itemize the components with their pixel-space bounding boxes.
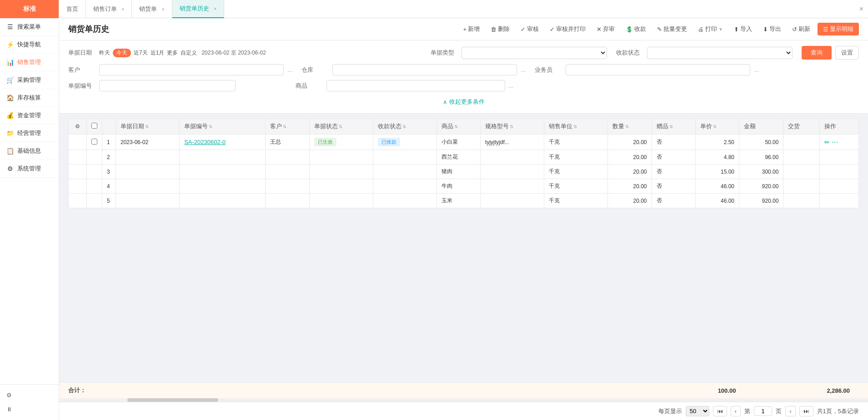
- col-doc-date-sort[interactable]: 单据日期 ⇅: [120, 122, 149, 130]
- filter-goods-dots[interactable]: ...: [509, 82, 514, 89]
- filter-salesman-dots[interactable]: ...: [754, 66, 759, 73]
- sort-icon-9: ⇅: [625, 124, 629, 129]
- sidebar-pause-btn[interactable]: ⏸: [0, 402, 59, 416]
- page-input[interactable]: [754, 406, 772, 416]
- filter-goods-input[interactable]: [326, 80, 505, 91]
- tab-sales-history[interactable]: 销货单历史 ×: [172, 0, 224, 18]
- horizontal-scrollbar-thumb[interactable]: [127, 398, 218, 402]
- audit-print-button[interactable]: ✓ 审核并打印: [546, 23, 589, 35]
- tab-sales-history-close[interactable]: ×: [214, 6, 216, 11]
- col-sales-unit[interactable]: 销售单位 ⇅: [544, 119, 608, 135]
- cell-checkbox[interactable]: [87, 194, 102, 208]
- col-gift[interactable]: 赠品 ⇅: [652, 119, 695, 135]
- col-payment-status[interactable]: 收款状态 ⇅: [373, 119, 437, 135]
- col-unit-price-sort[interactable]: 单价 ⇅: [700, 122, 717, 130]
- new-button[interactable]: + 新增: [460, 23, 484, 35]
- sidebar-item-search-menu[interactable]: ☰ 搜索菜单: [0, 18, 59, 36]
- date-shortcut-1month[interactable]: 近1月: [151, 49, 165, 57]
- filter-salesman-input[interactable]: [566, 64, 750, 75]
- col-customer-sort[interactable]: 客户 ⇅: [270, 122, 286, 130]
- next-page-btn[interactable]: ›: [785, 406, 795, 416]
- cell-doc-no: [180, 179, 266, 194]
- print-button[interactable]: 🖨 打印 ▼: [694, 23, 727, 35]
- export-button[interactable]: ⬇ 导出: [759, 23, 785, 35]
- col-checkbox[interactable]: [87, 119, 102, 135]
- col-goods[interactable]: 商品 ⇅: [437, 119, 480, 135]
- query-button[interactable]: 查询: [802, 46, 832, 60]
- col-unit-price[interactable]: 单价 ⇅: [695, 119, 739, 135]
- col-gift-sort[interactable]: 赠品 ⇅: [657, 122, 673, 130]
- col-sales-unit-sort[interactable]: 销售单位 ⇅: [549, 122, 577, 130]
- collapse-filter-btn[interactable]: ∧ 收起更多条件: [68, 96, 859, 108]
- col-settings[interactable]: ⚙: [69, 119, 87, 135]
- refresh-label: 刷新: [798, 25, 810, 33]
- col-doc-status-sort[interactable]: 单据状态 ⇅: [314, 122, 342, 130]
- filter-payment-status-select[interactable]: [647, 47, 793, 59]
- cell-customer: [266, 165, 309, 179]
- horizontal-scrollbar[interactable]: [59, 398, 868, 402]
- sidebar-item-basic-info[interactable]: 📋 基础信息: [0, 142, 59, 160]
- date-shortcut-today[interactable]: 今天: [113, 49, 131, 57]
- col-customer[interactable]: 客户 ⇅: [266, 119, 309, 135]
- col-qty-sort[interactable]: 数量 ⇅: [612, 122, 629, 130]
- last-page-btn[interactable]: ⏭: [799, 406, 813, 416]
- sidebar-item-sys-mgmt[interactable]: ⚙ 系统管理: [0, 160, 59, 178]
- col-doc-date[interactable]: 单据日期 ⇅: [116, 119, 180, 135]
- edit-icon[interactable]: ✏: [824, 139, 830, 146]
- date-shortcut-custom[interactable]: 自定义: [181, 49, 197, 57]
- tab-sales-goods-close[interactable]: ×: [161, 6, 164, 12]
- filter-customer-dots[interactable]: ...: [287, 66, 292, 73]
- col-doc-no[interactable]: 单据编号 ⇅: [180, 119, 266, 135]
- tab-home[interactable]: 首页: [59, 0, 86, 18]
- audit-button[interactable]: ✓ 审核: [517, 23, 542, 35]
- sidebar-item-quick-nav[interactable]: ⚡ 快捷导航: [0, 36, 59, 54]
- col-doc-no-sort[interactable]: 单据编号 ⇅: [184, 122, 212, 130]
- col-spec[interactable]: 规格型号 ⇅: [481, 119, 544, 135]
- date-shortcut-yesterday[interactable]: 昨天: [99, 49, 110, 57]
- refresh-button[interactable]: ↺ 刷新: [788, 23, 814, 35]
- show-detail-button[interactable]: ☰ 显示明细: [818, 23, 859, 35]
- select-all-checkbox[interactable]: [91, 123, 97, 129]
- col-goods-sort[interactable]: 商品 ⇅: [442, 122, 458, 130]
- receive-button[interactable]: 💲 收款: [622, 23, 650, 35]
- prev-page-btn[interactable]: ‹: [731, 406, 741, 416]
- delete-button[interactable]: 🗑 删除: [487, 23, 513, 35]
- cell-checkbox[interactable]: [87, 179, 102, 194]
- sort-icon: ⇅: [145, 124, 149, 129]
- sidebar-item-inventory-calc[interactable]: 🏠 库存核算: [0, 89, 59, 107]
- filter-doctype-select[interactable]: [462, 47, 607, 59]
- cell-checkbox[interactable]: [87, 135, 102, 150]
- sidebar-item-purchase-mgmt[interactable]: 🛒 采购管理: [0, 71, 59, 89]
- row-checkbox[interactable]: [91, 139, 97, 145]
- date-shortcut-7days[interactable]: 近7天: [134, 49, 148, 57]
- per-page-select[interactable]: 50 100: [686, 406, 709, 416]
- col-payment-status-sort[interactable]: 收款状态 ⇅: [378, 122, 406, 130]
- tab-sales-order-close[interactable]: ×: [121, 6, 124, 12]
- window-close-btn[interactable]: ×: [859, 5, 863, 13]
- date-shortcut-more[interactable]: 更多: [167, 49, 178, 57]
- cell-checkbox[interactable]: [87, 165, 102, 179]
- filter-warehouse-input[interactable]: [332, 64, 517, 75]
- filter-warehouse-field: 仓库 ...: [301, 64, 526, 75]
- col-doc-status[interactable]: 单据状态 ⇅: [309, 119, 373, 135]
- cell-checkbox[interactable]: [87, 150, 102, 165]
- sort-icon-8: ⇅: [573, 124, 577, 129]
- filter-customer-input[interactable]: [99, 64, 284, 75]
- more-icon[interactable]: ⋯: [832, 139, 838, 146]
- tab-sales-goods[interactable]: 销货单 ×: [132, 0, 172, 18]
- filter-settings-button[interactable]: 设置: [835, 46, 859, 60]
- import-button[interactable]: ⬆ 导入: [730, 23, 756, 35]
- filter-docno-input[interactable]: [99, 80, 236, 91]
- doc-no-link[interactable]: SA-20230602-0: [184, 139, 226, 145]
- col-qty[interactable]: 数量 ⇅: [608, 119, 652, 135]
- tab-sales-order[interactable]: 销售订单 ×: [86, 0, 132, 18]
- sidebar-item-ops-mgmt[interactable]: 📁 经营管理: [0, 125, 59, 142]
- abandon-button[interactable]: ✕ 弃审: [593, 23, 618, 35]
- batch-change-button[interactable]: ✎ 批量变更: [653, 23, 691, 35]
- col-spec-sort[interactable]: 规格型号 ⇅: [485, 122, 513, 130]
- sidebar-item-sales-mgmt[interactable]: 📊 销售管理: [0, 54, 59, 71]
- first-page-btn[interactable]: ⏮: [713, 406, 727, 416]
- filter-warehouse-dots[interactable]: ...: [521, 66, 526, 73]
- sidebar-item-finance-mgmt[interactable]: 💰 资金管理: [0, 107, 59, 125]
- sidebar-settings-btn[interactable]: ⚙: [0, 388, 59, 402]
